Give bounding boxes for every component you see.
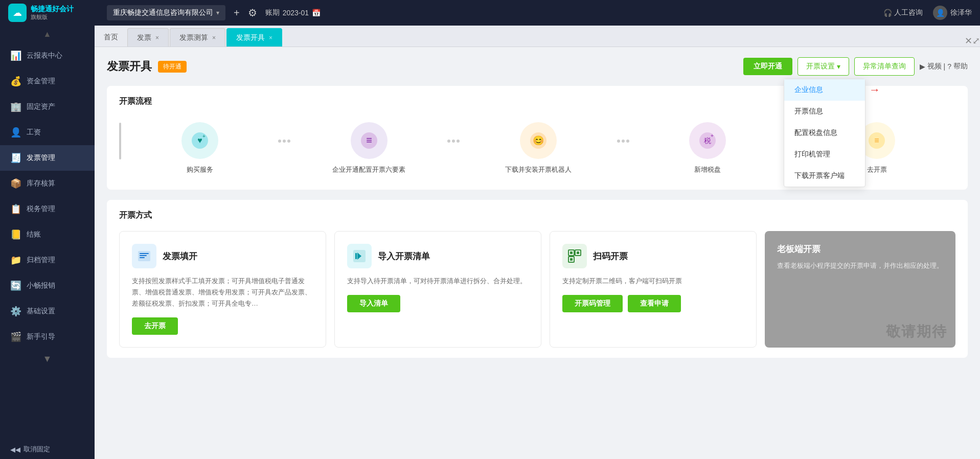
tab-invoice[interactable]: 发票 × xyxy=(127,28,169,47)
headset-icon: 🎧 xyxy=(883,9,892,17)
settings-nav-icon: ⚙️ xyxy=(10,306,21,317)
user-area[interactable]: 👤 徐泽华 xyxy=(933,6,972,20)
red-arrow-icon: → xyxy=(869,83,880,97)
dropdown-item-company[interactable]: 企业信息 → xyxy=(784,79,865,101)
logo-icon: ☁ xyxy=(8,4,27,22)
header-actions: + ⚙ 账期 2023-01 📅 xyxy=(234,7,321,19)
sidebar-item-label: 工资 xyxy=(27,128,41,137)
billing-section: 开票方式 发票填开 xyxy=(107,200,968,358)
dropdown-item-download-client[interactable]: 下载开票客户端 xyxy=(784,165,865,187)
finance-icon: 💰 xyxy=(10,76,21,87)
svg-text:+: + xyxy=(202,133,206,139)
sidebar-item-label: 归档管理 xyxy=(27,256,55,265)
dropdown-item-invoice-info[interactable]: 开票信息 xyxy=(784,101,865,122)
sidebar-item-salary[interactable]: 👤 工资 xyxy=(0,120,95,145)
settings-button-label: 开票设置 xyxy=(806,62,835,71)
sidebar-item-settlement[interactable]: 📒 结账 xyxy=(0,222,95,247)
help-label: 帮助 xyxy=(953,62,968,71)
company-selector[interactable]: 重庆畅捷交通信息咨询有限公司 ▾ xyxy=(107,5,225,20)
logo-subtitle: 旗舰版 xyxy=(31,13,74,21)
sidebar-item-tax[interactable]: 📋 税务管理 xyxy=(0,196,95,222)
sidebar-item-archive[interactable]: 📁 归档管理 xyxy=(0,247,95,273)
import-icon xyxy=(347,244,372,268)
billing-import-title: 导入开票清单 xyxy=(378,250,430,262)
step2-icon: ≡ xyxy=(351,122,388,159)
step2-label: 企业开通配置开票六要素 xyxy=(332,165,405,174)
sidebar-scroll-up[interactable]: ▲ xyxy=(0,26,95,43)
step1-icon: ♥ + xyxy=(181,122,218,159)
tab-issue[interactable]: 发票开具 × xyxy=(226,28,282,47)
svg-text:♥: ♥ xyxy=(197,136,202,145)
sidebar-item-label: 云报表中心 xyxy=(27,51,62,60)
chevron-down-icon: ▾ xyxy=(837,62,840,71)
svg-text:😊: 😊 xyxy=(533,135,544,146)
sidebar-item-assets[interactable]: 🏢 固定资产 xyxy=(0,94,95,120)
support-button[interactable]: 🎧 人工咨询 xyxy=(883,8,923,17)
step4-icon: 税 + xyxy=(689,122,726,159)
billing-card-boss: 老板端开票 查看老板端小程序提交的开票申请，并作出相应的处理。 敬请期待 xyxy=(765,231,955,348)
sidebar-scroll-down[interactable]: ▼ xyxy=(0,350,95,369)
period-label: 账期 2023-01 📅 xyxy=(265,8,321,17)
dropdown-item-label: 开票信息 xyxy=(794,107,823,115)
step3-label: 下载并安装开票机器人 xyxy=(505,165,572,174)
exception-list-button[interactable]: 异常清单查询 xyxy=(854,57,915,76)
sidebar-item-cloud-reports[interactable]: 📊 云报表中心 xyxy=(0,43,95,68)
sidebar-item-guide[interactable]: 🎬 新手引导 xyxy=(0,324,95,350)
sidebar-item-label: 结账 xyxy=(27,230,41,239)
tab-issue-close[interactable]: × xyxy=(269,34,272,41)
billing-card-fill: 发票填开 支持按照发票样式手工填开发票；可开具增值税电子普通发票、增值税普通发票… xyxy=(119,231,326,348)
tab-calc[interactable]: 发票测算 × xyxy=(170,28,225,47)
sidebar-item-inventory[interactable]: 📦 库存核算 xyxy=(0,171,95,196)
dropdown-item-label: 配置税盘信息 xyxy=(794,128,837,136)
calendar-icon[interactable]: 📅 xyxy=(312,9,321,17)
inventory-icon: 📦 xyxy=(10,178,21,189)
status-badge: 待开通 xyxy=(158,61,187,73)
expense-icon: 🔄 xyxy=(10,280,21,291)
flow-step-1: ♥ + 购买服务 xyxy=(121,122,278,174)
scan-icon xyxy=(562,244,587,268)
sidebar-item-label: 库存核算 xyxy=(27,179,55,188)
maximize-window-button[interactable]: ⤢ xyxy=(972,35,980,47)
tab-calc-close[interactable]: × xyxy=(212,34,216,41)
dropdown-item-label: 企业信息 xyxy=(794,85,823,94)
billing-fill-btn[interactable]: 去开票 xyxy=(132,317,178,335)
play-icon: ▶ xyxy=(920,62,925,71)
settings-dropdown: 企业信息 → 开票信息 配置税盘信息 打印机管理 下载开票客户端 xyxy=(784,79,865,187)
sidebar-item-label: 小畅报销 xyxy=(27,281,55,290)
svg-rect-24 xyxy=(570,258,573,261)
page-title: 发票开具 xyxy=(107,59,152,74)
tab-home[interactable]: 首页 xyxy=(95,28,127,47)
settings-icon[interactable]: ⚙ xyxy=(248,7,257,19)
activate-button[interactable]: 立即开通 xyxy=(743,58,792,75)
sidebar-item-invoice[interactable]: 🧾 发票管理 xyxy=(0,145,95,171)
sidebar-item-settings[interactable]: ⚙️ 基础设置 xyxy=(0,299,95,324)
billing-scan-btn2[interactable]: 查看申请 xyxy=(628,295,681,312)
settings-button[interactable]: 开票设置 ▾ xyxy=(797,57,849,76)
sidebar-item-label: 基础设置 xyxy=(27,307,55,316)
close-window-button[interactable]: ✕ xyxy=(965,35,972,47)
sidebar-item-expense[interactable]: 🔄 小畅报销 xyxy=(0,273,95,299)
svg-rect-13 xyxy=(140,253,149,254)
tab-invoice-close[interactable]: × xyxy=(155,34,159,41)
company-name: 重庆畅捷交通信息咨询有限公司 xyxy=(113,8,213,17)
video-button[interactable]: ▶ 视频 | ? 帮助 xyxy=(920,62,968,71)
dropdown-item-printer[interactable]: 打印机管理 xyxy=(784,144,865,165)
cancel-pin-button[interactable]: ◀◀ 取消固定 xyxy=(0,440,95,459)
billing-import-btn[interactable]: 导入清单 xyxy=(347,295,400,312)
svg-rect-14 xyxy=(140,255,147,256)
sidebar-item-finance[interactable]: 💰 资金管理 xyxy=(0,68,95,94)
settlement-icon: 📒 xyxy=(10,229,21,240)
period-value: 2023-01 xyxy=(283,9,309,17)
logo-area: ☁ 畅捷通好会计 旗舰版 xyxy=(8,4,103,22)
tab-issue-label: 发票开具 xyxy=(236,33,265,42)
chevron-down-icon: ▾ xyxy=(216,9,219,16)
add-button[interactable]: + xyxy=(234,7,240,19)
svg-text:≡: ≡ xyxy=(875,136,879,145)
dropdown-item-tax-config[interactable]: 配置税盘信息 xyxy=(784,122,865,144)
tax-icon: 📋 xyxy=(10,203,21,215)
svg-text:税: 税 xyxy=(704,136,711,145)
billing-scan-btn1[interactable]: 开票码管理 xyxy=(562,295,623,312)
step5-label: 去开票 xyxy=(867,165,887,174)
svg-rect-18 xyxy=(355,253,357,259)
invoice-icon: 🧾 xyxy=(10,152,21,164)
